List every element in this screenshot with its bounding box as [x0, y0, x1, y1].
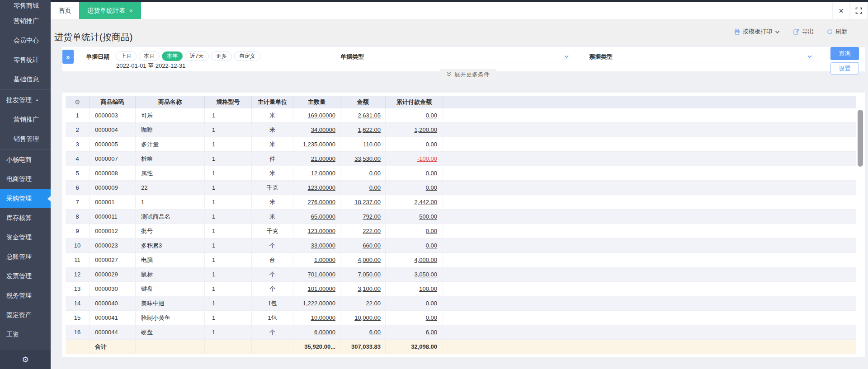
sidebar-item-电商管理[interactable]: 电商管理: [0, 169, 51, 189]
cell-main-qty-link[interactable]: 1.00000: [314, 257, 335, 263]
cell-amount-link[interactable]: 7,050.00: [358, 271, 381, 278]
expand-more-conditions-button[interactable]: 展开更多条件: [440, 69, 496, 79]
cell-main-qty-link[interactable]: 1,235.00000: [303, 141, 335, 148]
bill-type-select[interactable]: [615, 51, 814, 62]
cell-paid-amount-link[interactable]: -100.00: [417, 155, 437, 162]
tab-home[interactable]: 首页: [51, 2, 79, 19]
sidebar-item-采购管理[interactable]: 采购管理: [0, 189, 51, 208]
cell-main-qty-link[interactable]: 10.00000: [311, 314, 335, 321]
cell-amount-link[interactable]: 0.00: [369, 170, 381, 177]
sidebar-item-税务管理[interactable]: 税务管理: [0, 286, 51, 305]
cell-main-qty-link[interactable]: 6.00000: [314, 329, 335, 336]
cell-amount-link[interactable]: 660.00: [363, 242, 381, 249]
sidebar-item-发票管理[interactable]: 发票管理: [0, 266, 51, 286]
settings-button[interactable]: 设置: [830, 62, 859, 75]
cell-amount-link[interactable]: 6.00: [369, 329, 381, 336]
column-header-商品编码[interactable]: 商品编码: [90, 96, 136, 108]
search-button[interactable]: 查询: [830, 47, 859, 60]
sidebar-item-固定资产[interactable]: 固定资产: [0, 305, 51, 325]
cell-paid-amount-link[interactable]: 0.00: [426, 141, 437, 148]
cell-main-qty-link[interactable]: 169.00000: [308, 112, 335, 119]
cell-paid-amount-link[interactable]: 0.00: [426, 300, 437, 307]
tab-purchase-statistics[interactable]: 进货单统计表 ×: [79, 2, 141, 19]
date-pill-更多[interactable]: 更多: [211, 51, 232, 61]
cell-amount-link[interactable]: 110.00: [363, 141, 381, 148]
vertical-scrollbar-thumb[interactable]: [858, 110, 863, 167]
column-header-主数量[interactable]: 主数量: [293, 96, 340, 108]
sidebar-item-总账管理[interactable]: 总账管理: [0, 247, 51, 266]
cell-amount-link[interactable]: 4,000.00: [358, 257, 381, 263]
cell-main-qty-link[interactable]: 101.00000: [308, 285, 335, 292]
export-button[interactable]: 导出: [793, 28, 814, 36]
cell-paid-amount-link[interactable]: 0.00: [426, 112, 437, 119]
sidebar-item-零售统计[interactable]: 零售统计: [0, 50, 51, 70]
date-pill-本月[interactable]: 本月: [139, 51, 160, 61]
cell-amount-link[interactable]: 1,622.00: [358, 126, 381, 133]
column-header-主计量单位[interactable]: 主计量单位: [252, 96, 293, 108]
sidebar-item-工资[interactable]: 工资: [0, 325, 51, 344]
refresh-label: 刷新: [835, 28, 847, 36]
date-pill-本年[interactable]: 本年: [162, 51, 183, 61]
refresh-button[interactable]: 刷新: [826, 28, 847, 36]
cell-main-qty-link[interactable]: 123.00000: [308, 184, 335, 191]
cell-main-qty-link[interactable]: 21.00000: [311, 155, 335, 162]
sidebar-item-基础信息[interactable]: 基础信息: [0, 70, 51, 89]
sidebar-item-会员中心[interactable]: 会员中心: [0, 31, 51, 50]
cell-paid-amount-link[interactable]: 3,050.00: [414, 271, 437, 278]
cell-amount-link[interactable]: 0.00: [369, 184, 381, 191]
fullscreen-button[interactable]: [850, 2, 867, 19]
column-header-金额[interactable]: 金额: [340, 96, 386, 108]
cell-product-name: 键盘: [136, 282, 205, 296]
cell-paid-amount-link[interactable]: 0.00: [426, 314, 437, 321]
collapse-filter-button[interactable]: »: [62, 50, 74, 64]
sidebar-item-库存核算[interactable]: 库存核算: [0, 208, 51, 228]
cell-paid-amount-link[interactable]: 4,000.00: [414, 257, 437, 263]
sidebar-item-资金管理[interactable]: 资金管理: [0, 228, 51, 247]
cell-amount-link[interactable]: 2,631.05: [358, 112, 381, 119]
cell-main-qty-link[interactable]: 65.00000: [311, 213, 335, 220]
sidebar-item-零售商城[interactable]: 零售商城: [0, 0, 51, 11]
cell-main-qty-link[interactable]: 34.00000: [311, 126, 335, 133]
cell-amount-link[interactable]: 3,100.00: [358, 285, 381, 292]
cell-paid-amount-link[interactable]: 0.00: [426, 170, 437, 177]
column-header-规格型号[interactable]: 规格型号: [205, 96, 252, 108]
cell-main-qty-link[interactable]: 276.00000: [308, 199, 335, 206]
sidebar-item-批发管理[interactable]: 批发管理▲: [0, 90, 51, 110]
column-settings-cell[interactable]: ⚙: [66, 96, 90, 108]
cell-amount-link[interactable]: 18,237.00: [354, 199, 381, 206]
cell-main-qty-link[interactable]: 123.00000: [308, 228, 335, 234]
column-header-累计付款金额[interactable]: 累计付款金额: [386, 96, 443, 108]
cell-paid-amount-link[interactable]: 2,442.00: [414, 199, 437, 206]
cell-amount-link[interactable]: 222.00: [363, 228, 381, 234]
sidebar-item-营销推广[interactable]: 营销推广: [0, 11, 51, 31]
print-by-template-button[interactable]: 按模板打印: [734, 28, 780, 36]
cell-main-qty-link[interactable]: 12.00000: [311, 170, 335, 177]
cell-main-qty-link[interactable]: 33.00000: [311, 242, 335, 249]
cell-paid-amount-link[interactable]: 0.00: [426, 228, 437, 234]
date-pill-自定义[interactable]: 自定义: [234, 51, 260, 61]
sidebar-item-营销推广[interactable]: 营销推广: [0, 110, 51, 129]
cell-paid-amount-link[interactable]: 1,200.00: [414, 126, 437, 133]
cell-paid-amount-link[interactable]: 500.00: [419, 213, 437, 220]
cell-amount: 1,622.00: [340, 123, 386, 137]
date-pill-近7天[interactable]: 近7天: [185, 51, 209, 61]
cell-paid-amount-link[interactable]: 6.00: [426, 329, 437, 336]
cell-paid-amount-link[interactable]: 0.00: [426, 242, 437, 249]
cell-paid-amount-link[interactable]: 0.00: [426, 184, 437, 191]
date-pill-上月[interactable]: 上月: [116, 51, 137, 61]
cell-paid-amount-link[interactable]: 100.00: [419, 285, 437, 292]
doc-type-select[interactable]: [366, 51, 571, 62]
cell-main-qty-link[interactable]: 1,222.00000: [303, 300, 335, 307]
cell-amount-link[interactable]: 22.00: [366, 300, 381, 307]
cell-main-qty-link[interactable]: 701.00000: [308, 271, 335, 278]
tab-close-icon[interactable]: ×: [129, 7, 133, 14]
cell-amount-link[interactable]: 10,000.00: [354, 314, 381, 321]
cell-unit: 米: [252, 123, 293, 137]
cell-amount-link[interactable]: 33,530.00: [354, 155, 381, 162]
sidebar-item-销售管理[interactable]: 销售管理: [0, 129, 51, 149]
close-window-button[interactable]: ×: [833, 2, 849, 19]
settings-gear-icon[interactable]: ⚙: [22, 355, 28, 364]
sidebar-item-小畅电商[interactable]: 小畅电商: [0, 150, 51, 169]
column-header-商品名称[interactable]: 商品名称: [136, 96, 205, 108]
cell-amount-link[interactable]: 792.00: [363, 213, 381, 220]
